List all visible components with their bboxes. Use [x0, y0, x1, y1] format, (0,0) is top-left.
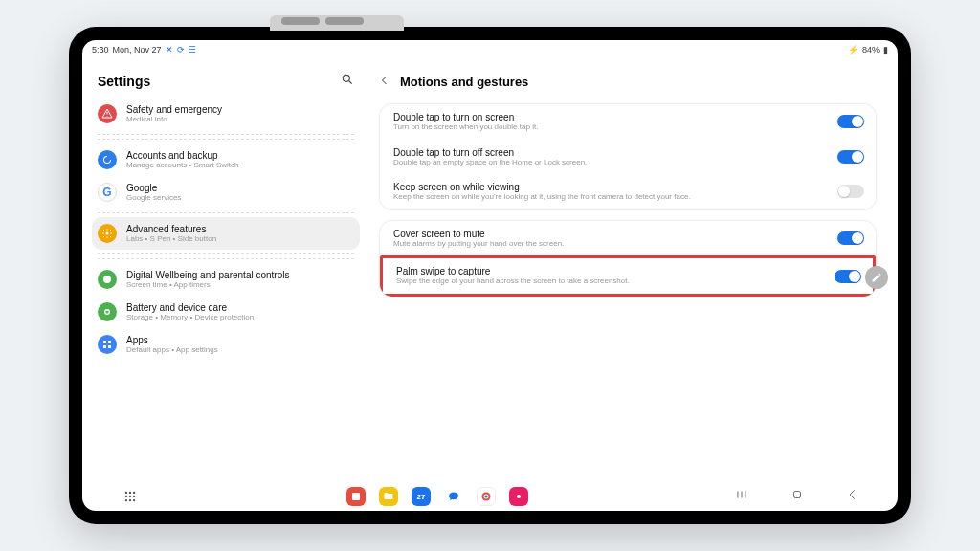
nav-buttons — [735, 488, 859, 505]
dock-app-chrome[interactable] — [477, 487, 496, 506]
sidebar-item-title: Apps — [126, 335, 218, 345]
svg-point-23 — [517, 495, 521, 498]
svg-point-10 — [125, 492, 127, 494]
detail-title: Motions and gestures — [400, 75, 528, 89]
sidebar-item-sub: Storage • Memory • Device protection — [126, 313, 254, 321]
svg-line-1 — [349, 81, 352, 84]
settings-card-2: Cover screen to mute Mute alarms by putt… — [379, 220, 877, 298]
svg-point-16 — [125, 499, 127, 501]
sidebar-item-text: Battery and device care Storage • Memory… — [126, 302, 254, 321]
detail-pane: Motions and gestures Double tap to turn … — [369, 59, 898, 482]
svg-point-3 — [103, 276, 111, 283]
edit-fab[interactable] — [865, 266, 888, 289]
setting-row[interactable]: Double tap to turn off screen Double tap… — [380, 140, 876, 175]
sidebar-item-sub: Manage accounts • Smart Switch — [126, 161, 239, 169]
toggle-switch[interactable] — [837, 150, 864, 164]
apps-icon — [98, 335, 117, 354]
toggle-switch[interactable] — [837, 231, 864, 245]
dock-app-messages[interactable] — [444, 487, 463, 506]
sidebar-item-title: Safety and emergency — [126, 104, 222, 115]
status-left: 5:30 Mon, Nov 27 ✕ ⟳ ☰ — [92, 45, 196, 55]
back-nav-button[interactable] — [846, 488, 859, 505]
sidebar-item-sub: Medical info — [126, 115, 222, 123]
dock-app-camera[interactable] — [509, 487, 528, 506]
sidebar-item-text: Apps Default apps • App settings — [126, 335, 218, 354]
sidebar-item-sub: Labs • S Pen • Side button — [126, 234, 216, 243]
toggle-switch[interactable] — [837, 115, 864, 128]
home-button[interactable] — [791, 488, 804, 505]
search-icon[interactable] — [341, 73, 354, 90]
setting-title: Keep screen on while viewing — [393, 182, 826, 192]
sidebar-item-alert[interactable]: Safety and emergency Medical info — [92, 98, 360, 130]
sidebar-item-title: Advanced features — [126, 224, 216, 234]
sidebar-item-sub: Google services — [126, 193, 181, 202]
sidebar-item-google[interactable]: G Google Google services — [92, 176, 360, 209]
signal-icon: ⚡ — [848, 45, 858, 55]
sidebar-item-title: Accounts and backup — [126, 150, 239, 161]
sidebar-item-title: Google — [126, 183, 181, 193]
sidebar-item-battery[interactable]: Battery and device care Storage • Memory… — [92, 296, 360, 328]
svg-point-11 — [129, 492, 131, 494]
settings-sidebar: Settings Safety and emergency Medical in… — [82, 59, 369, 482]
wellbeing-icon — [98, 270, 117, 289]
setting-text: Double tap to turn on screen Turn on the… — [393, 112, 826, 132]
sidebar-item-text: Safety and emergency Medical info — [126, 104, 222, 123]
svg-point-14 — [129, 496, 131, 497]
sidebar-header: Settings — [92, 65, 360, 98]
setting-title: Cover screen to mute — [393, 229, 826, 239]
settings-card-1: Double tap to turn on screen Turn on the… — [379, 103, 877, 210]
dock-app-1[interactable] — [346, 487, 366, 506]
setting-text: Cover screen to mute Mute alarms by putt… — [393, 229, 826, 249]
setting-row[interactable]: Keep screen on while viewing Keep the sc… — [380, 174, 876, 209]
sidebar-item-apps[interactable]: Apps Default apps • App settings — [92, 328, 360, 361]
sidebar-item-gear[interactable]: Advanced features Labs • S Pen • Side bu… — [92, 217, 360, 250]
setting-title: Palm swipe to capture — [396, 266, 823, 276]
sidebar-item-sync[interactable]: Accounts and backup Manage accounts • Sm… — [92, 143, 360, 176]
notification-icon: ☰ — [189, 45, 196, 55]
content: Settings Safety and emergency Medical in… — [82, 59, 898, 482]
screen: 5:30 Mon, Nov 27 ✕ ⟳ ☰ ⚡ 84% ▮ Settings — [82, 40, 898, 511]
app-drawer-button[interactable] — [121, 487, 140, 506]
svg-point-5 — [106, 311, 109, 314]
sidebar-item-text: Google Google services — [126, 183, 181, 202]
page-title: Settings — [98, 74, 150, 89]
svg-rect-19 — [352, 493, 360, 500]
sidebar-item-wellbeing[interactable]: Digital Wellbeing and parental controls … — [92, 263, 360, 296]
setting-row[interactable]: Double tap to turn on screen Turn on the… — [380, 104, 876, 140]
setting-subtitle: Turn on the screen when you double tap i… — [393, 122, 826, 132]
sidebar-item-text: Advanced features Labs • S Pen • Side bu… — [126, 224, 216, 243]
sidebar-item-sub: Screen time • App timers — [126, 280, 289, 289]
sidebar-item-title: Battery and device care — [126, 302, 254, 313]
toggle-switch[interactable] — [837, 185, 864, 198]
sidebar-item-title: Digital Wellbeing and parental controls — [126, 270, 289, 280]
highlight-box: Palm swipe to capture Swipe the edge of … — [380, 255, 876, 297]
sidebar-item-text: Digital Wellbeing and parental controls … — [126, 270, 289, 289]
settings-list: Safety and emergency Medical info Accoun… — [92, 98, 360, 482]
status-bar: 5:30 Mon, Nov 27 ✕ ⟳ ☰ ⚡ 84% ▮ — [82, 40, 898, 59]
svg-rect-8 — [103, 345, 106, 348]
dock-app-files[interactable] — [379, 487, 398, 506]
sync-icon: ⟳ — [177, 45, 185, 55]
setting-title: Double tap to turn off screen — [393, 147, 826, 158]
svg-rect-27 — [794, 492, 801, 498]
dock-app-calendar[interactable]: 27 — [412, 487, 431, 506]
battery-text: 84% — [862, 45, 880, 55]
svg-rect-6 — [103, 341, 106, 343]
recents-button[interactable] — [735, 488, 748, 505]
setting-subtitle: Mute alarms by putting your hand over th… — [393, 239, 826, 249]
tablet-frame: 5:30 Mon, Nov 27 ✕ ⟳ ☰ ⚡ 84% ▮ Settings — [69, 27, 911, 524]
svg-point-2 — [106, 232, 109, 235]
svg-point-18 — [133, 499, 135, 501]
svg-rect-7 — [108, 341, 111, 343]
toggle-switch[interactable] — [835, 270, 861, 283]
svg-point-13 — [125, 496, 127, 497]
svg-point-12 — [133, 492, 135, 494]
detail-header: Motions and gestures — [379, 65, 877, 98]
setting-row[interactable]: Palm swipe to capture Swipe the edge of … — [383, 258, 873, 294]
google-icon: G — [98, 183, 117, 202]
camera-bump — [270, 15, 404, 31]
setting-title: Double tap to turn on screen — [393, 112, 826, 122]
setting-row[interactable]: Cover screen to mute Mute alarms by putt… — [380, 221, 876, 256]
gear-icon — [98, 224, 117, 243]
back-button[interactable] — [379, 73, 390, 90]
